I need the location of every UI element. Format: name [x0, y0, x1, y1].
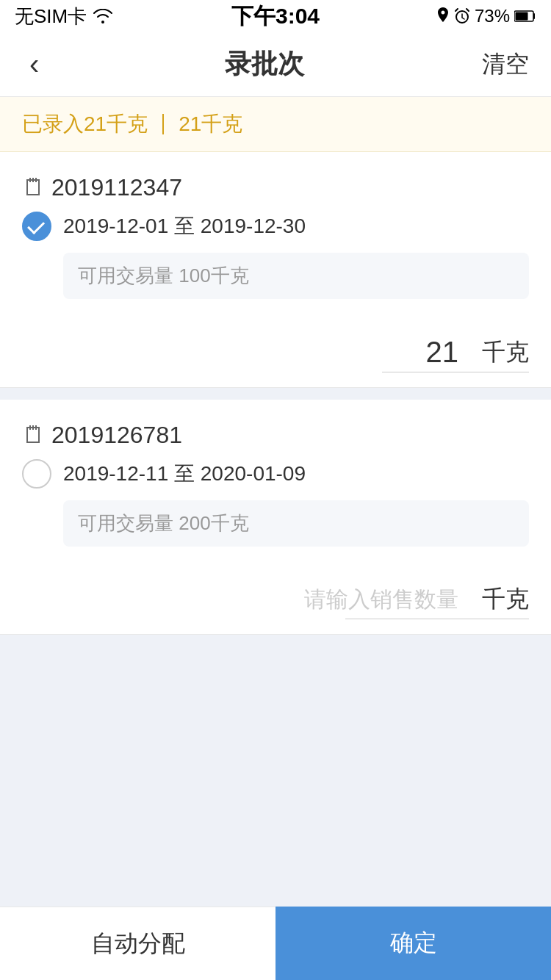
batch-input-row-2: 请输入销售数量 千克: [0, 569, 551, 635]
batch-item-1: 🗒 2019112347 2019-12-01 至 2019-12-30 可用交…: [0, 152, 551, 321]
batch-avail-1: 可用交易量 100千克: [78, 264, 249, 287]
batch-doc-icon-2: 🗒: [22, 422, 46, 449]
batch-date-row-2: 2019-12-11 至 2020-01-09: [22, 459, 529, 489]
battery-icon: [514, 10, 536, 22]
section-divider: [0, 388, 551, 400]
batch-id-1: 2019112347: [51, 174, 182, 201]
input-text-row-2: 请输入销售数量 千克: [304, 583, 529, 616]
main-content: 🗒 2019112347 2019-12-01 至 2019-12-30 可用交…: [0, 152, 551, 962]
qty-container-1: 21 千克: [382, 336, 529, 372]
batch-id-row-1: 🗒 2019112347: [22, 174, 529, 201]
input-wrapper-2: 请输入销售数量 千克: [304, 583, 529, 619]
auto-distribute-button[interactable]: 自动分配: [0, 907, 276, 980]
qty-line-1: [382, 372, 529, 372]
svg-rect-2: [516, 12, 528, 21]
batch-avail-box-2: 可用交易量 200千克: [63, 500, 529, 547]
batch-doc-icon-1: 🗒: [22, 174, 46, 201]
qty-value-1[interactable]: 21: [426, 336, 459, 369]
batch-avail-box-1: 可用交易量 100千克: [63, 253, 529, 299]
qty-input-row-1: 21 千克: [426, 336, 530, 369]
batch-id-2: 2019126781: [51, 422, 182, 449]
bottom-bar: 自动分配 确定: [0, 907, 551, 980]
input-placeholder-2[interactable]: 请输入销售数量: [304, 585, 458, 615]
alarm-icon: [454, 7, 470, 25]
info-label: 已录入21千克: [22, 110, 148, 138]
page-title: 录批次: [225, 46, 304, 82]
batch-qty-row-1: 21 千克: [0, 321, 551, 388]
nav-bar: ‹ 录批次 清空: [0, 32, 551, 97]
info-bar: 已录入21千克 21千克: [0, 97, 551, 152]
clear-button[interactable]: 清空: [482, 48, 529, 81]
status-bar: 无SIM卡 下午3:04 73%: [0, 0, 551, 32]
location-icon: [436, 7, 450, 25]
batch-id-row-2: 🗒 2019126781: [22, 422, 529, 449]
carrier-text: 无SIM卡: [15, 4, 87, 29]
batch-radio-1[interactable]: [22, 212, 51, 241]
info-divider: [162, 114, 164, 134]
batch-radio-2[interactable]: [22, 459, 51, 489]
qty-unit-1: 千克: [482, 336, 529, 369]
batch-date-row-1: 2019-12-01 至 2019-12-30: [22, 212, 529, 241]
status-time: 下午3:04: [231, 1, 320, 32]
input-unit-2: 千克: [482, 583, 529, 616]
batch-item-2: 🗒 2019126781 2019-12-11 至 2020-01-09 可用交…: [0, 400, 551, 569]
batch-date-1: 2019-12-01 至 2019-12-30: [63, 212, 306, 240]
info-value: 21千克: [179, 110, 242, 138]
batch-avail-2: 可用交易量 200千克: [78, 512, 249, 534]
wifi-icon: [93, 9, 113, 24]
input-line-2: [345, 619, 529, 619]
back-button[interactable]: ‹: [22, 40, 46, 88]
battery-text: 73%: [475, 6, 510, 26]
batch-date-2: 2019-12-11 至 2020-01-09: [63, 460, 306, 488]
confirm-button[interactable]: 确定: [276, 907, 551, 980]
